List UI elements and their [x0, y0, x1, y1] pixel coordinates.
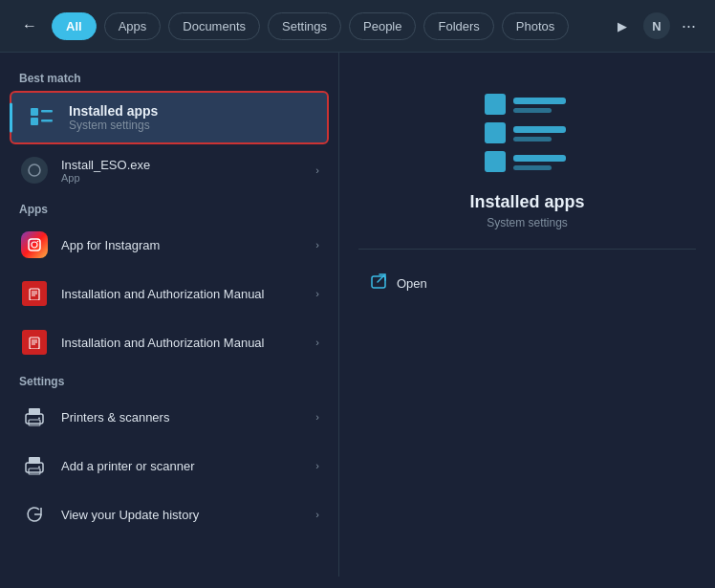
- svg-point-6: [32, 242, 37, 248]
- tab-documents[interactable]: Documents: [168, 12, 260, 40]
- add-printer-item[interactable]: Add a printer or scanner ›: [4, 442, 335, 490]
- best-match-subtitle: System settings: [69, 119, 312, 132]
- install-manual-2-icon: [19, 327, 50, 358]
- update-history-chevron: ›: [315, 509, 319, 520]
- tab-photos[interactable]: Photos: [502, 12, 569, 40]
- open-action[interactable]: Open: [358, 265, 439, 301]
- printers-icon: [19, 402, 50, 432]
- play-icon: ▶: [618, 19, 627, 33]
- best-match-text: Installed apps System settings: [69, 103, 312, 132]
- svg-rect-21: [29, 457, 40, 464]
- open-icon: [370, 272, 387, 294]
- svg-rect-22: [29, 468, 40, 474]
- printers-title: Printers & scanners: [61, 410, 304, 425]
- more-icon: ···: [682, 16, 696, 35]
- tab-folders[interactable]: Folders: [423, 12, 493, 40]
- best-match-label: Best match: [0, 64, 338, 89]
- app-instagram-item[interactable]: App for Instagram ›: [4, 221, 335, 269]
- svg-point-19: [38, 418, 40, 420]
- svg-rect-3: [41, 120, 53, 122]
- add-printer-icon: [19, 450, 50, 481]
- svg-rect-26: [513, 108, 552, 113]
- detail-title: Installed apps: [469, 192, 584, 212]
- update-history-icon: [19, 499, 50, 530]
- avatar: N: [643, 12, 670, 39]
- update-history-item[interactable]: View your Update history ›: [4, 490, 335, 538]
- add-printer-text: Add a printer or scanner: [61, 459, 304, 473]
- svg-rect-27: [485, 122, 506, 143]
- tab-settings[interactable]: Settings: [268, 12, 341, 40]
- install-manual-2-text: Installation and Authorization Manual: [61, 336, 304, 350]
- right-panel: Installed apps System settings Open: [339, 53, 715, 577]
- tab-people[interactable]: People: [349, 12, 416, 40]
- install-manual-1-icon: [19, 278, 50, 309]
- add-printer-title: Add a printer or scanner: [61, 459, 304, 473]
- svg-rect-24: [485, 94, 506, 115]
- best-match-title: Installed apps: [69, 103, 312, 119]
- install-eso-item[interactable]: Install_ESO.exe App ›: [4, 146, 335, 194]
- back-icon: ←: [22, 17, 37, 34]
- svg-rect-8: [30, 289, 39, 300]
- app-instagram-title: App for Instagram: [61, 238, 304, 252]
- install-eso-subtitle: App: [61, 172, 304, 184]
- install-manual-1-item[interactable]: Installation and Authorization Manual ›: [4, 270, 335, 317]
- add-printer-chevron: ›: [315, 460, 319, 471]
- update-history-title: View your Update history: [61, 508, 304, 522]
- svg-rect-1: [41, 110, 53, 113]
- apps-section-label: Apps: [0, 195, 338, 220]
- svg-rect-29: [513, 137, 552, 142]
- svg-point-4: [29, 164, 40, 176]
- install-manual-2-item[interactable]: Installation and Authorization Manual ›: [4, 318, 335, 366]
- main-content: Best match Installed apps System setting…: [0, 53, 715, 577]
- printers-scanners-item[interactable]: Printers & scanners ›: [4, 393, 335, 441]
- svg-rect-18: [29, 420, 40, 425]
- app-instagram-icon: [19, 229, 50, 260]
- svg-rect-12: [30, 338, 39, 349]
- install-manual-2-chevron: ›: [315, 337, 319, 348]
- update-history-text: View your Update history: [61, 508, 304, 522]
- svg-rect-0: [31, 108, 38, 116]
- left-panel: Best match Installed apps System setting…: [0, 53, 339, 577]
- install-manual-2-title: Installation and Authorization Manual: [61, 336, 304, 350]
- tab-apps[interactable]: Apps: [104, 12, 162, 40]
- tab-all[interactable]: All: [52, 12, 97, 40]
- back-button[interactable]: ←: [15, 11, 44, 40]
- install-manual-1-title: Installation and Authorization Manual: [61, 287, 304, 301]
- svg-rect-17: [29, 408, 40, 415]
- install-eso-icon: [19, 155, 50, 185]
- app-instagram-chevron: ›: [315, 239, 319, 250]
- svg-point-7: [37, 241, 39, 243]
- more-button[interactable]: ···: [678, 16, 700, 36]
- svg-rect-31: [513, 155, 566, 162]
- app-instagram-text: App for Instagram: [61, 238, 304, 252]
- printers-chevron: ›: [315, 411, 319, 423]
- open-label: Open: [397, 276, 427, 291]
- svg-rect-2: [31, 118, 38, 125]
- detail-icon-area: [470, 81, 585, 177]
- play-button[interactable]: ▶: [609, 12, 636, 39]
- svg-rect-25: [513, 98, 566, 104]
- top-nav: ← All Apps Documents Settings People Fol…: [0, 0, 715, 53]
- install-manual-1-text: Installation and Authorization Manual: [61, 287, 304, 301]
- install-manual-1-chevron: ›: [315, 288, 319, 299]
- svg-rect-28: [513, 126, 566, 133]
- svg-point-23: [38, 467, 40, 468]
- install-eso-text: Install_ESO.exe App: [61, 158, 304, 184]
- best-match-item[interactable]: Installed apps System settings: [10, 91, 329, 144]
- detail-divider: [358, 249, 696, 250]
- install-eso-title: Install_ESO.exe: [61, 158, 304, 172]
- svg-rect-32: [513, 165, 552, 170]
- svg-rect-30: [485, 151, 506, 172]
- svg-rect-5: [29, 239, 40, 250]
- detail-subtitle: System settings: [487, 216, 568, 229]
- installed-apps-icon: [27, 102, 57, 133]
- install-eso-chevron: ›: [315, 164, 319, 176]
- settings-section-label: Settings: [0, 367, 338, 392]
- printers-text: Printers & scanners: [61, 410, 304, 425]
